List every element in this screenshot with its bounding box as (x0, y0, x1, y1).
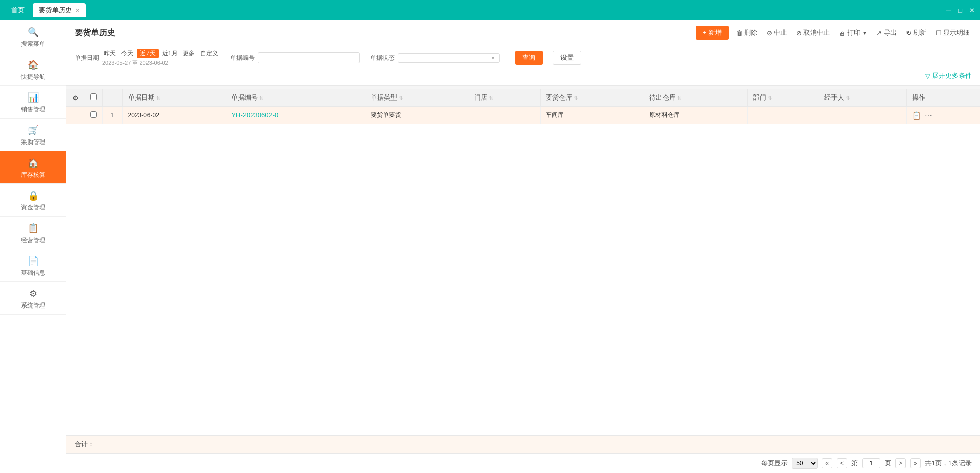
data-table: ⚙ 单据日期 ⇅ (66, 89, 980, 124)
per-page-label: 每页显示 (761, 459, 788, 468)
select-all-checkbox[interactable] (90, 93, 97, 100)
td-department (747, 107, 819, 124)
date-btn-yesterday[interactable]: 昨天 (102, 49, 117, 58)
pagination-first-button[interactable]: « (822, 458, 832, 468)
th-department[interactable]: 部门 ⇅ (747, 89, 819, 107)
date-btn-custom[interactable]: 自定义 (199, 49, 220, 58)
td-operation: 📋 ⋯ (906, 107, 980, 124)
sort-date-icon[interactable]: ⇅ (156, 95, 160, 101)
pagination-page-input[interactable] (862, 458, 880, 468)
more-action-icon[interactable]: ⋯ (925, 111, 932, 120)
print-icon: 🖨 (839, 29, 846, 37)
home-icon: 🏠 (28, 59, 39, 70)
print-dropdown-icon: ▼ (862, 30, 867, 36)
refresh-icon: ↻ (906, 29, 912, 37)
sidebar-item-quicknav[interactable]: 🏠 快捷导航 (0, 53, 66, 86)
cancel-stop-icon: ⊘ (796, 29, 802, 37)
td-checkbox[interactable] (85, 107, 102, 124)
tab-requisition-history[interactable]: 要货单历史 ✕ (33, 3, 86, 17)
th-checkbox[interactable] (85, 89, 102, 107)
pagination-page-label: 第 (851, 459, 858, 468)
add-button[interactable]: + 新增 (696, 26, 729, 40)
sort-req-warehouse-icon[interactable]: ⇅ (574, 95, 578, 101)
bill-no-link[interactable]: YH-20230602-0 (231, 111, 278, 119)
delete-button[interactable]: 🗑 删除 (734, 27, 760, 38)
table-header-row: ⚙ 单据日期 ⇅ (66, 89, 980, 107)
print-button[interactable]: 🖨 打印 ▼ (837, 27, 869, 38)
filter-status-label: 单据状态 (370, 54, 395, 62)
tab-home[interactable]: 首页 (5, 3, 31, 17)
sidebar-item-operations[interactable]: 📋 经营管理 (0, 217, 66, 249)
th-billno[interactable]: 单据编号 ⇅ (226, 89, 365, 107)
date-btn-more[interactable]: 更多 (181, 49, 197, 58)
sidebar-item-system[interactable]: ⚙ 系统管理 (0, 282, 66, 315)
export-button[interactable]: ↗ 导出 (874, 27, 899, 38)
td-billno: YH-20230602-0 (226, 107, 365, 124)
sidebar-item-search[interactable]: 🔍 搜索菜单 (0, 20, 66, 53)
stop-icon: ⊘ (767, 29, 772, 37)
view-action-icon[interactable]: 📋 (912, 111, 921, 120)
warehouse-icon: 🏠 (28, 157, 39, 169)
sort-handler-icon[interactable]: ⇅ (846, 95, 850, 101)
stop-button[interactable]: ⊘ 中止 (765, 27, 789, 38)
sidebar-item-sales[interactable]: 📊 销售管理 (0, 86, 66, 119)
sort-billtype-icon[interactable]: ⇅ (399, 95, 403, 101)
chevron-down-icon: ▼ (490, 55, 495, 61)
cancel-stop-button[interactable]: ⊘ 取消中止 (794, 27, 832, 38)
total-label: 合计： (75, 440, 94, 448)
tab-home-label: 首页 (11, 6, 24, 15)
per-page-select[interactable]: 20 50 100 200 (792, 458, 818, 469)
th-pending-warehouse[interactable]: 待出仓库 ⇅ (644, 89, 748, 107)
sort-department-icon[interactable]: ⇅ (768, 95, 772, 101)
chart-icon: 📊 (28, 92, 39, 103)
th-date[interactable]: 单据日期 ⇅ (122, 89, 226, 107)
th-department-label: 部门 (753, 93, 766, 102)
date-btn-7days[interactable]: 近7天 (137, 49, 159, 58)
tab-close-icon[interactable]: ✕ (75, 7, 80, 14)
window-maximize-icon[interactable]: □ (958, 7, 962, 14)
stop-label: 中止 (774, 28, 787, 37)
delete-icon: 🗑 (736, 29, 743, 37)
th-billtype[interactable]: 单据类型 ⇅ (365, 89, 469, 107)
expand-filter-button[interactable]: ▽ 展开更多条件 (925, 71, 972, 80)
sort-pending-warehouse-icon[interactable]: ⇅ (677, 95, 681, 101)
pagination-prev-button[interactable]: < (837, 458, 847, 468)
sidebar-item-inventory[interactable]: 🏠 库存核算 (0, 151, 66, 184)
table-settings-icon[interactable]: ⚙ (72, 94, 79, 102)
expand-filter-label: 展开更多条件 (932, 71, 972, 80)
sort-store-icon[interactable]: ⇅ (489, 95, 493, 101)
td-store (469, 107, 540, 124)
th-operation-label: 操作 (912, 93, 925, 101)
th-handler-label: 经手人 (824, 93, 844, 102)
sidebar-item-basicinfo[interactable]: 📄 基础信息 (0, 249, 66, 282)
date-btn-1month[interactable]: 近1月 (161, 49, 180, 58)
query-button[interactable]: 查询 (515, 51, 543, 65)
pagination-last-button[interactable]: » (910, 458, 921, 468)
row-checkbox[interactable] (90, 111, 97, 118)
th-req-warehouse[interactable]: 要货仓库 ⇅ (541, 89, 644, 107)
filter-status-select[interactable]: ▼ (398, 53, 500, 63)
sidebar-label-inventory: 库存核算 (21, 171, 45, 179)
th-settings[interactable]: ⚙ (66, 89, 85, 107)
sort-billno-icon[interactable]: ⇅ (259, 95, 263, 101)
window-close-icon[interactable]: ✕ (969, 7, 975, 14)
pagination-next-button[interactable]: > (895, 458, 906, 468)
th-store[interactable]: 门店 ⇅ (469, 89, 540, 107)
sidebar-item-purchase[interactable]: 🛒 采购管理 (0, 119, 66, 151)
filter-billno-input[interactable] (258, 52, 360, 63)
show-detail-button[interactable]: ☐ 显示明细 (934, 27, 972, 38)
refresh-button[interactable]: ↻ 刷新 (904, 27, 928, 38)
th-store-label: 门店 (474, 93, 487, 102)
th-num (102, 89, 122, 107)
date-btn-today[interactable]: 今天 (119, 49, 135, 58)
td-settings (66, 107, 85, 124)
th-handler[interactable]: 经手人 ⇅ (819, 89, 907, 107)
td-handler (819, 107, 907, 124)
refresh-label: 刷新 (913, 28, 926, 37)
tab-requisition-label: 要货单历史 (39, 6, 72, 15)
pagination-bar: 每页显示 20 50 100 200 « < 第 页 > » 共1页，1条记录 (66, 453, 980, 473)
setting-button[interactable]: 设置 (553, 51, 581, 65)
td-date: 2023-06-02 (122, 107, 226, 124)
window-minimize-icon[interactable]: ─ (946, 7, 951, 14)
sidebar-item-finance[interactable]: 🔒 资金管理 (0, 184, 66, 217)
